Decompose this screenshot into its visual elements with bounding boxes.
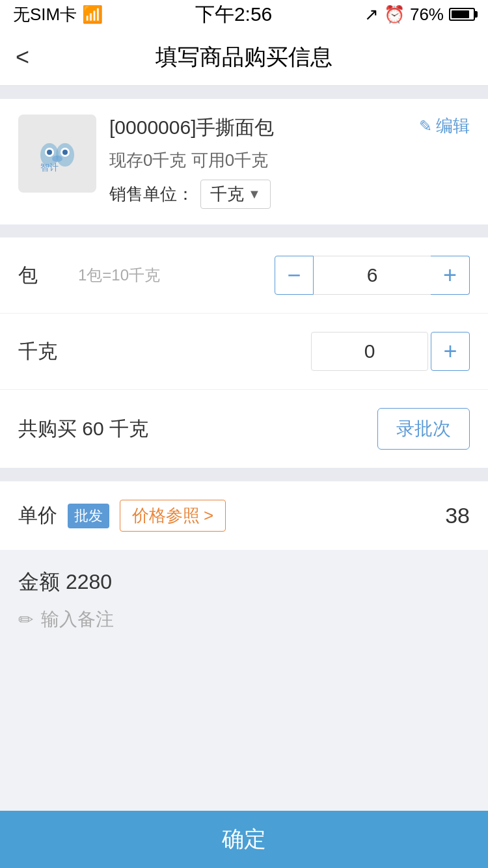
bao-quantity-input[interactable] <box>314 256 431 295</box>
location-icon: ↗ <box>364 5 379 25</box>
kg-quantity-control: + <box>311 332 470 371</box>
kg-row: 千克 + <box>0 314 488 390</box>
unit-value: 千克 <box>210 183 244 206</box>
price-ref-button[interactable]: 价格参照 > <box>120 500 226 532</box>
unit-selector[interactable]: 千克 ▼ <box>200 180 271 209</box>
bao-label: 包 <box>18 262 70 289</box>
svg-point-4 <box>47 150 52 155</box>
product-image: 智计 <box>18 115 96 193</box>
edit-button[interactable]: ✎ 编辑 <box>419 115 470 137</box>
battery-icon <box>449 8 475 21</box>
batch-price-tag: 批发 <box>68 504 109 528</box>
total-label: 共购买 60 千克 <box>18 416 148 442</box>
section-divider-2 <box>0 224 488 237</box>
price-label: 单价 <box>18 502 57 529</box>
product-owl-icon: 智计 <box>31 134 83 173</box>
form-section: 包 1包=10千克 − + 千克 + <box>0 237 488 390</box>
status-left: 无SIM卡 📶 <box>13 3 103 26</box>
page-title: 填写商品购买信息 <box>156 42 332 72</box>
price-value: 38 <box>445 503 470 528</box>
product-card: 智计 [0000006]手撕面包 现存0千克 可用0千克 销售单位： 千克 ▼ … <box>0 99 488 224</box>
battery-percent: 76% <box>410 5 444 25</box>
kg-quantity-input[interactable] <box>311 332 428 371</box>
section-divider-3 <box>0 468 488 481</box>
wifi-icon: 📶 <box>82 5 103 25</box>
edit-label: 编辑 <box>436 115 470 137</box>
bao-quantity-control: − + <box>275 256 470 295</box>
status-right: ↗ ⏰ 76% <box>364 5 475 25</box>
svg-text:智计: 智计 <box>40 162 59 172</box>
pencil-icon: ✏ <box>18 609 33 631</box>
svg-point-6 <box>52 156 62 162</box>
status-time: 下午2:56 <box>195 1 272 28</box>
remark-row[interactable]: ✏ 输入备注 <box>18 607 470 632</box>
batch-button[interactable]: 录批次 <box>377 408 470 450</box>
nav-bar: < 填写商品购买信息 <box>0 29 488 86</box>
price-section: 单价 批发 价格参照 > 38 <box>0 481 488 550</box>
amount-section: 金额 2280 ✏ 输入备注 <box>0 550 488 645</box>
back-button[interactable]: < <box>16 44 29 71</box>
alarm-icon: ⏰ <box>384 5 405 25</box>
bao-minus-button[interactable]: − <box>275 256 314 295</box>
total-row: 共购买 60 千克 录批次 <box>0 390 488 468</box>
section-divider-1 <box>0 86 488 99</box>
product-name: [0000006]手撕面包 <box>109 115 470 141</box>
kg-label: 千克 <box>18 338 70 365</box>
amount-label: 金额 <box>18 570 60 593</box>
bao-hint: 1包=10千克 <box>78 265 275 286</box>
product-unit-row: 销售单位： 千克 ▼ <box>109 180 470 209</box>
remark-placeholder: 输入备注 <box>41 607 114 632</box>
product-stock: 现存0千克 可用0千克 <box>109 149 470 172</box>
kg-plus-button[interactable]: + <box>431 332 470 371</box>
bao-row: 包 1包=10千克 − + <box>0 237 488 314</box>
status-bar: 无SIM卡 📶 下午2:56 ↗ ⏰ 76% <box>0 0 488 29</box>
svg-point-5 <box>62 150 68 155</box>
edit-icon: ✎ <box>419 117 432 135</box>
unit-label: 销售单位： <box>109 183 194 206</box>
price-ref-arrow-icon: > <box>204 506 213 526</box>
dropdown-arrow-icon: ▼ <box>248 187 261 202</box>
bao-plus-button[interactable]: + <box>431 256 470 295</box>
product-info: [0000006]手撕面包 现存0千克 可用0千克 销售单位： 千克 ▼ <box>109 115 470 209</box>
price-ref-label: 价格参照 <box>132 504 200 527</box>
amount-row: 金额 2280 <box>18 568 470 597</box>
confirm-button[interactable]: 确定 <box>0 811 488 868</box>
carrier-text: 无SIM卡 <box>13 3 77 26</box>
amount-number: 2280 <box>66 570 112 593</box>
